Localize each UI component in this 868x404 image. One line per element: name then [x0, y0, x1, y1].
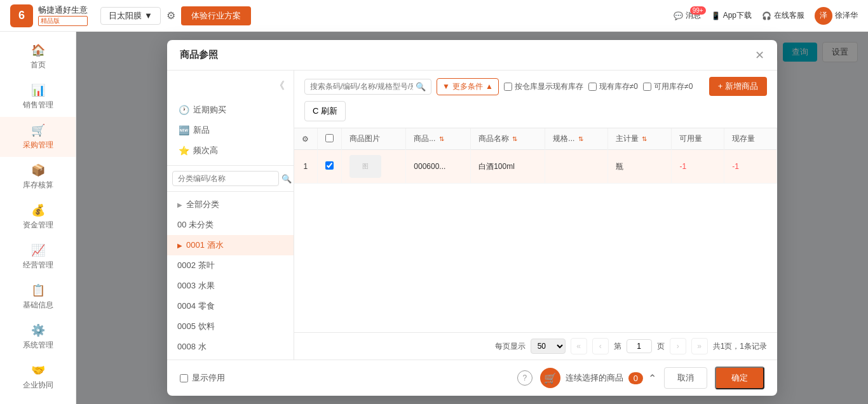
- refresh-button[interactable]: C 刷新: [304, 101, 346, 121]
- cart-label: 连续选择的商品: [566, 372, 623, 384]
- filter-bar: 🔍 ▼ 更多条件 ▲ 按仓库显示现有库存: [294, 71, 777, 128]
- cell-img: 图: [341, 150, 406, 184]
- show-disabled-checkbox[interactable]: 显示停用: [180, 372, 225, 384]
- cell-code: 000600...: [406, 150, 471, 184]
- sidebar-item-cooperation[interactable]: 🤝 企业协同: [0, 357, 76, 397]
- add-product-button[interactable]: + 新增商品: [709, 77, 767, 96]
- table-row[interactable]: 1 图 000600... 白酒100ml 瓶 -1 -1: [294, 150, 777, 184]
- collapse-left-panel-button[interactable]: 《: [271, 76, 288, 97]
- category-0001[interactable]: ▶ 0001 酒水: [167, 235, 294, 255]
- first-page-button[interactable]: «: [571, 338, 587, 354]
- category-0002[interactable]: 0002 茶叶: [167, 255, 294, 276]
- filter-more-label: 更多条件: [452, 81, 483, 92]
- cart-icon[interactable]: 🛒: [540, 368, 560, 388]
- product-image: 图: [349, 155, 381, 178]
- help-icon[interactable]: ?: [517, 370, 532, 386]
- sidebar-item-home[interactable]: 🏠 首页: [0, 37, 76, 77]
- service-item[interactable]: 🎧 在线客服: [762, 10, 804, 21]
- category-label: 0004 零食: [177, 300, 215, 312]
- th-checkbox: [317, 128, 341, 150]
- category-search-icon[interactable]: 🔍: [281, 174, 292, 184]
- cell-name: 白酒100ml: [471, 150, 545, 184]
- sort-icon: ⇅: [512, 135, 517, 142]
- confirm-button[interactable]: 确定: [715, 367, 764, 389]
- cell-check[interactable]: [317, 150, 341, 184]
- sidebar-item-inventory[interactable]: 📦 库存核算: [0, 157, 76, 197]
- last-page-button[interactable]: »: [691, 338, 708, 354]
- sidebar: 🏠 首页 📊 销售管理 🛒 采购管理 📦 库存核算 💰 资金管理 📈 经营管理 …: [0, 32, 76, 404]
- filter-icon: ▼: [442, 82, 450, 91]
- th-product-name[interactable]: 商品名称 ⇅: [471, 128, 545, 150]
- store-selector[interactable]: 日太阳膜 ▼: [100, 7, 161, 25]
- sidebar-item-system[interactable]: ⚙️ 系统管理: [0, 317, 76, 357]
- next-page-button[interactable]: ›: [670, 338, 686, 354]
- category-0005[interactable]: 0005 饮料: [167, 316, 294, 337]
- category-0008[interactable]: 0008 水: [167, 337, 294, 357]
- select-all-checkbox[interactable]: [325, 134, 334, 142]
- th-product-code[interactable]: 商品... ⇅: [406, 128, 471, 150]
- collapse-icon[interactable]: ⌃: [648, 372, 656, 384]
- quick-tab-recent[interactable]: 🕐 近期购买: [172, 100, 288, 119]
- sidebar-item-business[interactable]: 📈 经营管理: [0, 237, 76, 277]
- page-number-input[interactable]: [627, 339, 652, 353]
- search-icon[interactable]: 🔍: [416, 82, 426, 91]
- modal-body: 《 🕐 近期购买 🆕 新品 ⭐: [167, 71, 777, 360]
- category-label: 0005 饮料: [177, 321, 215, 332]
- sidebar-item-sales[interactable]: 📊 销售管理: [0, 77, 76, 117]
- modal-close-button[interactable]: ✕: [755, 50, 764, 61]
- message-nav-item[interactable]: 💬 消息 99+: [674, 10, 701, 21]
- sidebar-item-label: 基础信息: [23, 300, 53, 311]
- sidebar-item-guide[interactable]: 🌟 新手引导: [0, 397, 76, 404]
- clock-icon: 🕐: [179, 105, 189, 115]
- show-disabled-input[interactable]: [180, 374, 188, 382]
- th-spec[interactable]: 规格... ⇅: [545, 128, 607, 150]
- sidebar-item-finance[interactable]: 💰 资金管理: [0, 197, 76, 237]
- logo-text: 畅捷通好生意: [38, 5, 88, 16]
- product-search-input[interactable]: [310, 82, 413, 91]
- category-label: 全部分类: [186, 199, 219, 210]
- finance-icon: 💰: [31, 203, 45, 217]
- business-icon: 📈: [31, 243, 45, 257]
- th-settings[interactable]: ⚙: [294, 128, 317, 150]
- th-product-img: 商品图片: [341, 128, 406, 150]
- pagination-bar: 每页显示 50 10 20 100 « ‹ 第 页: [294, 332, 777, 360]
- sales-icon: 📊: [31, 83, 45, 97]
- current-stock-checkbox[interactable]: 现有库存≠0: [588, 81, 638, 92]
- prev-page-button[interactable]: ‹: [592, 338, 609, 354]
- available-stock-input[interactable]: [643, 83, 651, 91]
- sidebar-item-purchase[interactable]: 🛒 采购管理: [0, 117, 76, 157]
- cell-spec: [545, 150, 607, 184]
- sidebar-item-basic[interactable]: 📋 基础信息: [0, 277, 76, 317]
- settings-icon[interactable]: ⚙: [161, 6, 181, 26]
- warehouse-stock-checkbox[interactable]: 按仓库显示现有库存: [504, 81, 583, 92]
- user-item[interactable]: 泽 徐泽华: [815, 7, 858, 25]
- category-0003[interactable]: 0003 水果: [167, 276, 294, 296]
- cancel-button[interactable]: 取消: [664, 367, 707, 389]
- footer-right: ? 🛒 连续选择的商品 0 ⌃ 取消 确定: [517, 367, 764, 389]
- trial-button[interactable]: 体验行业方案: [181, 6, 251, 25]
- page-size-select[interactable]: 50 10 20 100: [531, 339, 566, 354]
- service-label: 在线客服: [774, 10, 804, 21]
- current-stock-input[interactable]: [588, 83, 597, 91]
- star-icon: ⭐: [179, 145, 189, 156]
- th-unit[interactable]: 主计量 ⇅: [607, 128, 672, 150]
- category-all[interactable]: ▶ 全部分类: [167, 194, 294, 215]
- category-0004[interactable]: 0004 零食: [167, 296, 294, 316]
- app-download-item[interactable]: 📱 App下载: [711, 10, 752, 21]
- quick-tabs: 《 🕐 近期购买 🆕 新品 ⭐: [167, 71, 294, 166]
- quick-tab-new[interactable]: 🆕 新品: [172, 121, 288, 140]
- warehouse-stock-input[interactable]: [504, 83, 512, 91]
- category-label: 0003 水果: [177, 280, 215, 292]
- available-stock-checkbox[interactable]: 可用库存≠0: [643, 81, 693, 92]
- table-header-row: ⚙ 商品图片 商品...: [294, 128, 777, 150]
- cell-index: 1: [294, 150, 317, 184]
- quick-tab-frequent[interactable]: ⭐ 频次高: [172, 141, 288, 160]
- selected-count-badge: 0: [628, 372, 643, 384]
- category-00[interactable]: 00 未分类: [167, 215, 294, 235]
- th-available: 可用量: [672, 128, 724, 150]
- category-label: 0001 酒水: [186, 239, 224, 251]
- cell-stock: -1: [724, 150, 777, 184]
- category-search-input[interactable]: [172, 171, 279, 186]
- filter-more-button[interactable]: ▼ 更多条件 ▲: [437, 78, 499, 95]
- sidebar-item-label: 资金管理: [23, 220, 53, 231]
